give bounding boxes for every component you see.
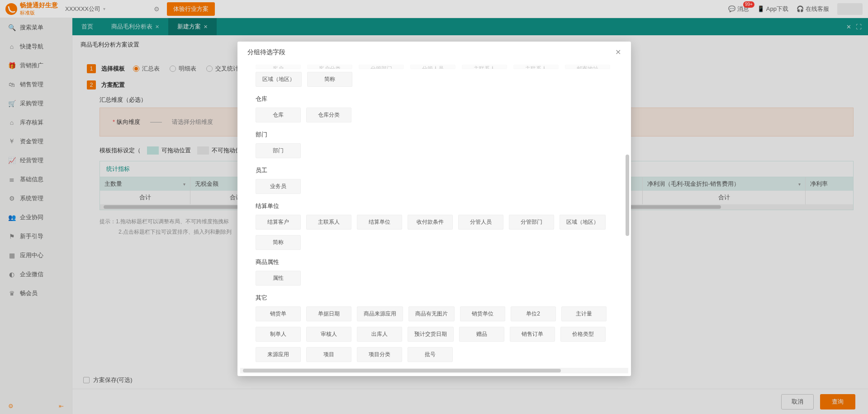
field-option[interactable]: 商品来源应用 bbox=[357, 306, 403, 321]
field-option-cut[interactable]: 客户分类 bbox=[307, 65, 352, 69]
scrollbar-thumb[interactable] bbox=[243, 369, 561, 372]
field-option-cut[interactable]: 邮寄地址 bbox=[565, 65, 610, 69]
field-group: 结算单位结算客户主联系人结算单位收付款条件分管人员分管部门区域（地区）简称 bbox=[256, 202, 613, 250]
field-option-cut[interactable]: 主联系人 bbox=[513, 65, 559, 69]
field-group-items: 结算客户主联系人结算单位收付款条件分管人员分管部门区域（地区）简称 bbox=[256, 215, 613, 250]
field-option[interactable]: 来源应用 bbox=[256, 347, 301, 362]
field-option[interactable]: 商品有无图片 bbox=[408, 306, 455, 321]
field-option[interactable]: 单据日期 bbox=[306, 306, 351, 321]
modal-title: 分组待选字段 bbox=[247, 48, 285, 56]
field-option[interactable]: 出库人 bbox=[357, 327, 402, 342]
field-option[interactable]: 收付款条件 bbox=[408, 215, 453, 230]
field-option[interactable]: 销货单位 bbox=[460, 306, 505, 321]
field-option[interactable]: 价格类型 bbox=[560, 327, 606, 342]
field-group-title: 商品属性 bbox=[256, 258, 613, 266]
field-group-title: 其它 bbox=[256, 294, 613, 302]
field-option[interactable]: 项目 bbox=[306, 347, 351, 362]
field-option[interactable]: 分管部门 bbox=[509, 215, 554, 230]
modal-horizontal-scrollbar[interactable] bbox=[240, 368, 628, 373]
field-group-title: 仓库 bbox=[256, 95, 613, 103]
field-option[interactable]: 主计量 bbox=[561, 306, 607, 321]
field-option[interactable]: 主联系人 bbox=[306, 215, 351, 230]
field-option[interactable]: 简称 bbox=[256, 235, 301, 250]
field-group-items: 业务员 bbox=[256, 179, 613, 194]
field-option[interactable]: 单位2 bbox=[511, 306, 556, 321]
field-option[interactable]: 批号 bbox=[408, 347, 453, 362]
modal-vertical-scrollbar[interactable] bbox=[626, 100, 629, 290]
field-option[interactable]: 销售订单 bbox=[510, 327, 555, 342]
field-group: 商品属性属性 bbox=[256, 258, 613, 286]
field-option[interactable]: 分管人员 bbox=[458, 215, 503, 230]
field-option[interactable]: 项目分类 bbox=[357, 347, 402, 362]
field-option[interactable]: 仓库分类 bbox=[306, 108, 351, 122]
field-option[interactable]: 销货单 bbox=[256, 306, 301, 321]
field-option[interactable]: 结算客户 bbox=[256, 215, 301, 230]
field-option[interactable]: 简称 bbox=[307, 72, 352, 87]
field-option-cut[interactable]: 客户 bbox=[256, 65, 301, 69]
field-group-title: 员工 bbox=[256, 166, 613, 174]
close-icon[interactable]: ✕ bbox=[615, 48, 621, 56]
scrollbar-thumb[interactable] bbox=[626, 155, 629, 236]
modal-overlay[interactable]: 分组待选字段 ✕ 客户客户分类分管部门分管人员主联系人主联系人邮寄地址 区域（地… bbox=[0, 0, 868, 414]
field-option[interactable]: 预计交货日期 bbox=[408, 327, 454, 342]
field-option-cut[interactable]: 分管部门 bbox=[359, 65, 404, 69]
field-group: 其它销货单单据日期商品来源应用商品有无图片销货单位单位2主计量制单人审核人出库人… bbox=[256, 294, 613, 362]
field-option[interactable]: 区域（地区） bbox=[256, 72, 302, 87]
field-option[interactable]: 区域（地区） bbox=[560, 215, 606, 230]
field-group-title: 部门 bbox=[256, 131, 613, 139]
field-option[interactable]: 属性 bbox=[256, 271, 301, 286]
field-picker-modal: 分组待选字段 ✕ 客户客户分类分管部门分管人员主联系人主联系人邮寄地址 区域（地… bbox=[237, 42, 631, 376]
field-option[interactable]: 部门 bbox=[256, 143, 301, 158]
field-option[interactable]: 审核人 bbox=[306, 327, 351, 342]
field-group: 仓库仓库仓库分类 bbox=[256, 95, 613, 122]
field-option[interactable]: 赠品 bbox=[459, 327, 504, 342]
field-group: 员工业务员 bbox=[256, 166, 613, 194]
field-group-items: 销货单单据日期商品来源应用商品有无图片销货单位单位2主计量制单人审核人出库人预计… bbox=[256, 306, 613, 362]
field-option[interactable]: 仓库 bbox=[256, 108, 301, 122]
field-option[interactable]: 制单人 bbox=[256, 327, 301, 342]
field-group: 部门部门 bbox=[256, 131, 613, 158]
field-group-items: 属性 bbox=[256, 271, 613, 286]
field-option[interactable]: 业务员 bbox=[256, 179, 301, 194]
field-option-cut[interactable]: 分管人员 bbox=[410, 65, 455, 69]
field-option-cut[interactable]: 主联系人 bbox=[462, 65, 507, 69]
field-group-items: 仓库仓库分类 bbox=[256, 108, 613, 122]
field-group-title: 结算单位 bbox=[256, 202, 613, 210]
field-group-items: 部门 bbox=[256, 143, 613, 158]
field-option[interactable]: 结算单位 bbox=[357, 215, 402, 230]
